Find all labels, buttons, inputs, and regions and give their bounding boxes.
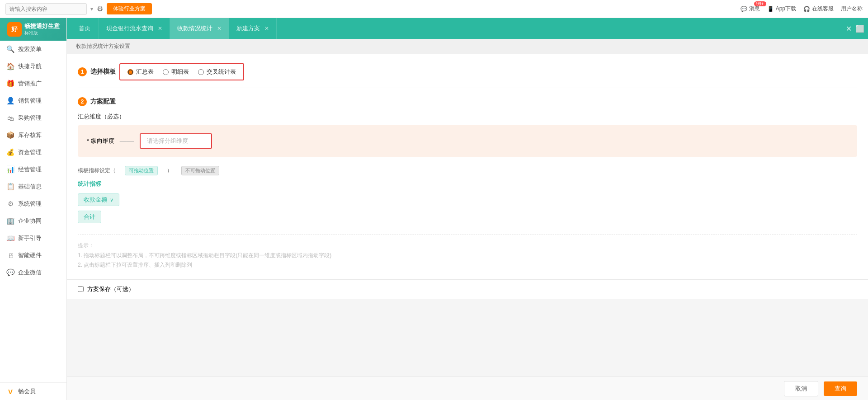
monitor-icon: 🖥 <box>6 251 14 259</box>
sidebar: 好 畅捷通好生意 标准版 🔍 搜索菜单 🏠 快捷导航 🎁 营销推广 👤 销售管理… <box>0 18 67 400</box>
sidebar-item-guide[interactable]: 📖 新手引导 <box>0 230 66 247</box>
logo-title: 畅捷通好生意 <box>24 23 60 30</box>
tab-collection-stats[interactable]: 收款情况统计 ✕ <box>170 18 229 39</box>
radio-detail-input[interactable] <box>163 69 169 75</box>
user-name[interactable]: 用户名称 <box>841 5 863 13</box>
sidebar-item-basic-info[interactable]: 📋 基础信息 <box>0 178 66 195</box>
sidebar-label-business: 经营管理 <box>18 165 42 174</box>
tab-bank-flow[interactable]: 现金银行流水查询 ✕ <box>99 18 170 39</box>
book-icon: 📖 <box>6 234 14 242</box>
logo-area: 好 畅捷通好生意 标准版 <box>0 18 66 41</box>
cancel-button[interactable]: 取消 <box>784 381 818 396</box>
dimension-label: 汇总维度（必选） <box>78 113 857 121</box>
save-plan-checkbox[interactable] <box>78 286 84 292</box>
dimension-selector[interactable]: 请选择分组维度 <box>140 133 212 149</box>
radio-detail-label: 明细表 <box>171 68 189 76</box>
tab-controls: ✕ ⬜ <box>846 24 864 33</box>
sidebar-label-sales: 销售管理 <box>18 97 42 105</box>
section2-num: 2 <box>78 97 87 106</box>
breadcrumb: 收款情况统计方案设置 <box>67 39 868 54</box>
radio-detail[interactable]: 明细表 <box>163 68 189 76</box>
app-download-button[interactable]: 📱 App下载 <box>767 5 796 13</box>
divider1 <box>78 88 857 88</box>
box-icon: 📦 <box>6 131 14 139</box>
search-menu-icon: 🔍 <box>6 45 14 53</box>
sidebar-item-purchase[interactable]: 🛍 采购管理 <box>0 109 66 127</box>
radio-summary[interactable]: 汇总表 <box>127 68 154 76</box>
radio-cross-label: 交叉统计表 <box>207 68 236 76</box>
sidebar-label-guide: 新手引导 <box>18 234 42 242</box>
tab-bank-flow-label: 现金银行流水查询 <box>106 24 153 33</box>
chat-weixin-icon: 💬 <box>6 268 14 277</box>
dropdown-arrow-icon[interactable]: ▾ <box>90 6 93 12</box>
settings-icon[interactable]: ⚙ <box>97 5 103 13</box>
metrics-header: 模板指标设定（ 可拖动位置 ） 不可拖动位置 <box>78 166 857 175</box>
metric-tag-label: 收款金额 <box>84 196 107 204</box>
trial-button[interactable]: 体验行业方案 <box>107 3 152 14</box>
top-bar-left: ▾ ⚙ 体验行业方案 <box>5 3 152 15</box>
tips-area: 提示： 1. 拖动标题栏可以调整布局，不可跨维度或指标区域拖动栏目字段(只能在同… <box>78 234 857 270</box>
sidebar-label-inventory: 库存核算 <box>18 131 42 139</box>
sidebar-item-member[interactable]: V 畅会员 <box>0 382 66 400</box>
metric-tag-revenue[interactable]: 收款金额 ∨ <box>78 193 119 206</box>
metric-dropdown-icon[interactable]: ∨ <box>110 197 113 203</box>
radio-summary-input[interactable] <box>127 69 133 75</box>
logo-version: 标准版 <box>24 30 60 36</box>
logo-icon: 好 <box>7 22 22 37</box>
online-service-button[interactable]: 🎧 在线客服 <box>803 5 834 13</box>
dimension-row: * 纵向维度 —— 请选择分组维度 <box>87 133 848 149</box>
sidebar-item-finance[interactable]: 💰 资金管理 <box>0 144 66 161</box>
bag-icon: 🛍 <box>6 114 14 122</box>
close-tab-button[interactable]: ✕ <box>846 24 852 33</box>
search-input[interactable] <box>5 3 87 15</box>
sidebar-label-basic-info: 基础信息 <box>18 183 42 191</box>
sidebar-item-business[interactable]: 📊 经营管理 <box>0 161 66 178</box>
tip-title: 提示： <box>78 241 857 251</box>
tab-new-plan[interactable]: 新建方案 ✕ <box>229 18 277 39</box>
radio-cross-input[interactable] <box>198 69 204 75</box>
sidebar-item-system[interactable]: ⚙ 系统管理 <box>0 195 66 212</box>
sidebar-item-hardware[interactable]: 🖥 智能硬件 <box>0 247 66 264</box>
radio-cross[interactable]: 交叉统计表 <box>198 68 236 76</box>
movable-badge: 可拖动位置 <box>125 166 158 175</box>
metric-subtag-total: 合计 <box>78 211 101 223</box>
tab-home[interactable]: 首页 <box>71 18 99 39</box>
sidebar-label-marketing: 营销推广 <box>18 80 42 88</box>
sidebar-item-inventory[interactable]: 📦 库存核算 <box>0 127 66 144</box>
sidebar-label-enterprise: 企业协同 <box>18 217 42 225</box>
sidebar-item-quick-nav[interactable]: 🏠 快捷导航 <box>0 58 66 75</box>
maximize-tab-button[interactable]: ⬜ <box>855 24 864 33</box>
sidebar-item-search-menu[interactable]: 🔍 搜索菜单 <box>0 41 66 58</box>
sidebar-label-purchase: 采购管理 <box>18 114 42 122</box>
messages-button[interactable]: 💬 消息 99+ <box>741 5 760 13</box>
sidebar-item-weixin[interactable]: 💬 企业微信 <box>0 264 66 281</box>
sidebar-item-marketing[interactable]: 🎁 营销推广 <box>0 75 66 92</box>
sidebar-label-weixin: 企业微信 <box>18 268 42 277</box>
gear-icon: ⚙ <box>6 200 14 208</box>
sidebar-label-quick-nav: 快捷导航 <box>18 62 42 71</box>
sidebar-label-search-menu: 搜索菜单 <box>18 45 42 53</box>
person-icon: 👤 <box>6 97 14 105</box>
query-button[interactable]: 查询 <box>824 381 857 396</box>
metrics-container: 统计指标 收款金额 ∨ 合计 <box>78 180 857 223</box>
section1-title: 选择模板 <box>90 68 116 76</box>
tip2: 2. 点击标题栏下拉可设置排序、插入列和删除列 <box>78 260 857 270</box>
top-bar: ▾ ⚙ 体验行业方案 💬 消息 99+ 📱 App下载 🎧 在线客服 用户名称 <box>0 0 868 18</box>
building-icon: 🏢 <box>6 217 14 225</box>
sidebar-item-sales[interactable]: 👤 销售管理 <box>0 92 66 109</box>
sidebar-item-enterprise[interactable]: 🏢 企业协同 <box>0 212 66 230</box>
service-icon: 🎧 <box>803 6 810 12</box>
tab-bar: 首页 现金银行流水查询 ✕ 收款情况统计 ✕ 新建方案 ✕ ✕ ⬜ <box>67 18 868 39</box>
messages-badge: 99+ <box>754 1 766 6</box>
section2: 2 方案配置 汇总维度（必选） * 纵向维度 —— 请选择分组维度 <box>78 97 857 270</box>
sidebar-label-finance: 资金管理 <box>18 148 42 156</box>
money-icon: 💰 <box>6 148 14 156</box>
tab-bank-flow-close-icon[interactable]: ✕ <box>158 25 162 32</box>
section1-header: 1 选择模板 汇总表 明细表 交叉统计表 <box>78 63 857 80</box>
gift-icon: 🎁 <box>6 80 14 88</box>
metrics-section-label2: ） <box>167 167 172 174</box>
section2-header: 2 方案配置 <box>78 97 857 106</box>
tab-new-plan-close-icon[interactable]: ✕ <box>264 25 269 32</box>
tab-collection-stats-close-icon[interactable]: ✕ <box>217 25 222 32</box>
fixed-badge: 不可拖动位置 <box>181 166 219 175</box>
